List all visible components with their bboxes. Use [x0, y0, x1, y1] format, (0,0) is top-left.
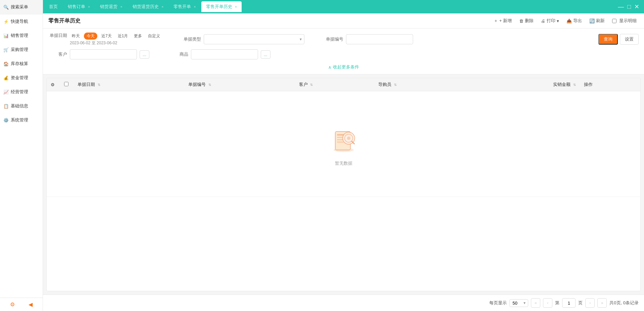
prev-page-button[interactable]: ‹	[543, 298, 552, 308]
tab-sales-return-label: 销货退货	[100, 4, 117, 10]
finance-icon: 💰	[3, 75, 9, 81]
settings-button[interactable]: 设置	[620, 34, 639, 45]
number-label: 单据编号	[325, 36, 343, 42]
sidebar-item-basic-info[interactable]: 📋 基础信息	[0, 99, 43, 113]
th-amount-label: 实销金额	[553, 82, 571, 87]
tab-sales-return-history[interactable]: 销货退货历史 ×	[128, 1, 168, 12]
first-page-button[interactable]: «	[531, 298, 540, 308]
export-button[interactable]: 📤 导出	[564, 17, 584, 25]
settings-bottom-icon[interactable]: ⚙	[10, 301, 15, 308]
tab-retail-open-label: 零售开单	[174, 4, 191, 10]
goods-filter-group: 商品 ...	[169, 49, 270, 59]
th-date-label: 单据日期	[78, 82, 95, 87]
customer-ellipsis-button[interactable]: ...	[140, 50, 149, 59]
date-label: 单据日期	[48, 33, 67, 39]
sidebar-item-sales-mgmt[interactable]: 📊 销售管理	[0, 29, 43, 43]
th-checkbox[interactable]	[60, 78, 73, 91]
tab-retail-open-history-label: 零售开单历史	[206, 4, 232, 10]
sidebar-item-label: 经营管理	[11, 89, 28, 95]
sidebar-item-purchase-mgmt[interactable]: 🛒 采购管理	[0, 43, 43, 57]
sidebar-search-label: 搜索采单	[11, 4, 28, 10]
date-7days[interactable]: 近7天	[99, 33, 114, 40]
collapse-row[interactable]: ∧ 收起更多条件	[48, 63, 639, 71]
last-page-button[interactable]: »	[597, 298, 607, 308]
minimize-button[interactable]: —	[618, 3, 624, 10]
type-select[interactable]	[204, 34, 304, 44]
export-icon: 📤	[566, 18, 572, 23]
query-button[interactable]: 查询	[598, 34, 618, 45]
sidebar-item-label: 采购管理	[11, 47, 28, 53]
type-select-wrapper: ▾	[204, 34, 304, 44]
amount-sort-icon[interactable]: ⇅	[573, 83, 576, 87]
date-1month[interactable]: 近1月	[116, 33, 130, 40]
select-all-checkbox[interactable]	[64, 82, 68, 86]
maximize-button[interactable]: □	[627, 3, 631, 10]
next-page-button[interactable]: ›	[585, 298, 595, 308]
sidebar-item-system[interactable]: ⚙️ 系统管理	[0, 113, 43, 127]
tab-retail-open[interactable]: 零售开单 ×	[169, 1, 200, 12]
current-page-input[interactable]	[562, 298, 576, 308]
date-more[interactable]: 更多	[132, 33, 144, 40]
sidebar: 🔍 搜索采单 ⚡ 快捷导航 📊 销售管理 🛒 采购管理 🏠 库存核算 💰 资金管…	[0, 0, 43, 311]
sidebar-item-operations[interactable]: 📈 经营管理	[0, 85, 43, 99]
sidebar-search[interactable]: 🔍 搜索采单	[0, 0, 43, 14]
add-icon: ＋	[494, 18, 498, 24]
refresh-button[interactable]: 🔄 刷新	[587, 17, 607, 25]
sidebar-item-finance[interactable]: 💰 资金管理	[0, 71, 43, 85]
collapse-label: 收起更多条件	[333, 64, 359, 70]
tab-bar: 首页 销售订单 × 销货退货 × 销货退货历史 × 零售开单 × 零售开单历史 …	[43, 0, 644, 13]
goods-input[interactable]	[191, 49, 258, 59]
tab-retail-open-history-close[interactable]: ×	[235, 5, 237, 9]
goods-ellipsis-button[interactable]: ...	[261, 50, 270, 59]
number-sort-icon[interactable]: ⇅	[208, 83, 211, 87]
filter-row-1: 单据日期 昨天 今天 近7天 近1月 更多 自定义 2023-06-02 至 2…	[48, 33, 639, 46]
date-filter-group: 单据日期 昨天 今天 近7天 近1月 更多 自定义 2023-06-02 至 2…	[48, 33, 162, 46]
guide-sort-icon[interactable]: ⇅	[394, 83, 397, 87]
tab-sales-return-history-label: 销货退货历史	[133, 4, 159, 10]
display-detail-checkbox[interactable]	[612, 19, 616, 23]
refresh-label: 刷新	[596, 18, 605, 24]
per-page-select[interactable]: 10 20 50 100	[509, 299, 528, 307]
sidebar-item-label: 基础信息	[11, 103, 28, 109]
date-custom[interactable]: 自定义	[146, 33, 162, 40]
number-input[interactable]	[346, 34, 413, 44]
empty-illustration	[327, 121, 360, 155]
tab-retail-open-close[interactable]: ×	[194, 5, 196, 9]
tab-sales-order-close[interactable]: ×	[88, 5, 90, 9]
tab-retail-open-history[interactable]: 零售开单历史 ×	[201, 1, 242, 12]
date-yesterday[interactable]: 昨天	[70, 33, 82, 40]
pagination: 每页显示 10 20 50 100 ▾ « ‹ 第 页 › » 共0页, 0条记…	[43, 295, 644, 311]
collapse-sidebar-icon[interactable]: ◀	[29, 301, 33, 308]
print-button[interactable]: 🖨 打印 ▾	[539, 17, 561, 25]
delete-button[interactable]: 🗑 删除	[517, 17, 536, 25]
print-icon: 🖨	[541, 18, 545, 23]
inventory-icon: 🏠	[3, 61, 9, 66]
main-area: 首页 销售订单 × 销货退货 × 销货退货历史 × 零售开单 × 零售开单历史 …	[43, 0, 644, 311]
display-detail-button[interactable]: 显示明细	[610, 17, 639, 25]
customer-input[interactable]	[70, 49, 137, 59]
date-shortcuts-container: 昨天 今天 近7天 近1月 更多 自定义 2023-06-02 至 2023-0…	[70, 33, 162, 46]
tab-home-label: 首页	[49, 4, 58, 10]
table-container: ⚙ 单据日期 ⇅ 单据编号 ⇅	[46, 78, 641, 291]
tab-home[interactable]: 首页	[44, 1, 62, 12]
goods-label: 商品	[169, 51, 188, 57]
customer-sort-icon[interactable]: ⇅	[310, 83, 313, 87]
date-today[interactable]: 今天	[84, 33, 97, 40]
tab-sales-return-close[interactable]: ×	[120, 5, 122, 9]
settings-icon[interactable]: ⚙	[51, 82, 55, 87]
close-button[interactable]: ✕	[634, 3, 639, 10]
display-detail-label: 显示明细	[619, 18, 637, 24]
print-chevron-icon: ▾	[557, 18, 559, 23]
type-label: 单据类型	[182, 36, 201, 42]
sales-mgmt-icon: 📊	[3, 33, 9, 38]
add-button[interactable]: ＋ + 新增	[492, 17, 514, 25]
sidebar-item-quick-nav[interactable]: ⚡ 快捷导航	[0, 14, 43, 29]
tab-sales-return-history-close[interactable]: ×	[161, 5, 163, 9]
th-settings[interactable]: ⚙	[47, 78, 60, 91]
system-icon: ⚙️	[3, 118, 9, 123]
tab-sales-order[interactable]: 销售订单 ×	[63, 1, 95, 12]
tab-sales-return[interactable]: 销货退货 ×	[95, 1, 127, 12]
date-sort-icon[interactable]: ⇅	[98, 83, 100, 87]
sidebar-item-label: 资金管理	[11, 75, 28, 81]
sidebar-item-inventory[interactable]: 🏠 库存核算	[0, 57, 43, 71]
